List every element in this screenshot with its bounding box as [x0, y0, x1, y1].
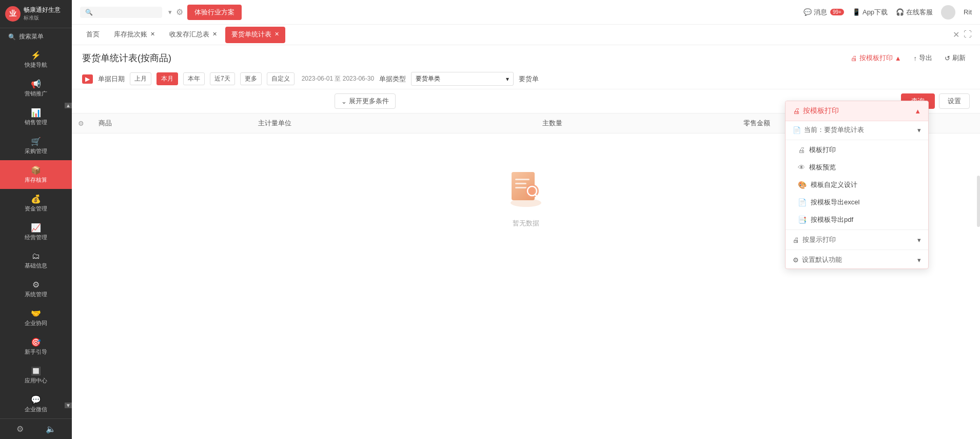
dropdown-display-section[interactable]: 🖨 按显示打印 ▾: [786, 231, 928, 249]
date-btn-last-month[interactable]: 上月: [130, 72, 151, 85]
tab-receipt-summary-close[interactable]: ✕: [212, 31, 217, 37]
dropdown-default-section[interactable]: ⚙ 设置默认功能 ▾: [786, 251, 928, 269]
table-th-unit: 主计量单位: [252, 113, 536, 133]
table-th-settings: ⚙: [72, 113, 92, 133]
trial-button[interactable]: 体验行业方案: [187, 5, 242, 20]
sidebar-item-guide[interactable]: 🎯 新手引导: [0, 332, 72, 361]
sidebar-scroll-down[interactable]: ▼: [65, 403, 72, 408]
sidebar-item-basic[interactable]: 🗂 基础信息: [0, 246, 72, 275]
dropdown-item-template-print[interactable]: 🖨 模板打印: [786, 141, 928, 159]
type-filter-value: 要货单类: [416, 74, 440, 83]
expand-more-label: 展开更多条件: [349, 97, 389, 106]
dropdown-item-template-preview[interactable]: 👁 模板预览: [786, 159, 928, 176]
header-dropdown-icon[interactable]: ▾: [168, 8, 172, 16]
dropdown-title-text: 按模板打印: [803, 106, 839, 116]
header-search-icon: 🔍: [85, 9, 93, 16]
sidebar-item-enterprise[interactable]: 🤝 企业协同: [0, 303, 72, 332]
divider-2: [786, 230, 928, 230]
message-badge: 99+: [830, 9, 844, 15]
export-label: 导出: [919, 53, 932, 63]
refresh-button[interactable]: ↺ 刷新: [940, 51, 970, 65]
settings-bottom-icon[interactable]: ⚙: [16, 424, 24, 434]
tab-order-stats-close[interactable]: ✕: [275, 31, 279, 37]
app-name: 畅康通好生意: [24, 6, 61, 14]
sidebar-label-guide: 新手引导: [25, 348, 47, 356]
filter-expand-icon[interactable]: ▶: [82, 74, 93, 84]
export-icon: ↑: [914, 54, 917, 62]
sidebar-search-label: 搜索菜单: [19, 32, 44, 41]
sidebar-item-finance[interactable]: 💰 资金管理: [0, 189, 72, 218]
print-icon: 🖨: [851, 54, 857, 62]
dropdown-item-template-design[interactable]: 🎨 模板自定义设计: [786, 176, 928, 194]
sidebar-label-finance: 资金管理: [25, 205, 47, 213]
sidebar-scroll-up[interactable]: ▲: [65, 103, 72, 108]
print-template-button[interactable]: 🖨 按模板打印 ▲: [847, 51, 906, 65]
window-close-btn[interactable]: ✕: [953, 30, 959, 40]
print-template-label: 按模板打印: [859, 53, 893, 63]
display-print-chevron: ▾: [917, 236, 921, 244]
basic-icon: 🗂: [32, 252, 40, 261]
tab-order-stats[interactable]: 要货单统计表 ✕: [225, 27, 285, 43]
user-avatar[interactable]: [941, 5, 955, 20]
sidebar-item-marketing[interactable]: 📢 营销推广: [0, 74, 72, 103]
operation-icon: 📈: [31, 223, 41, 233]
sidebar-label-inventory: 库存核算: [25, 176, 47, 184]
sidebar-label-system: 系统管理: [25, 291, 47, 298]
tab-inventory-batch-label: 库存批次账: [114, 30, 147, 39]
sidebar-item-system[interactable]: ⚙ 系统管理: [0, 275, 72, 303]
filter-bar: ▶ 单据日期 上月 本月 本年 近7天 更多 自定义 2023-06-01 至 …: [72, 69, 980, 89]
current-template-icon: 📄: [793, 126, 801, 134]
date-btn-this-month[interactable]: 本月: [156, 72, 178, 85]
marketing-icon: 📢: [31, 79, 41, 89]
header-search-bar[interactable]: 🔍: [80, 7, 162, 18]
date-btn-last-7[interactable]: 近7天: [210, 72, 235, 85]
dropdown-item-template-pdf[interactable]: 📑 按模板导出pdf: [786, 211, 928, 228]
expand-more-button[interactable]: ⌄ 展开更多条件: [335, 93, 396, 109]
window-maximize-btn[interactable]: ⛶: [964, 30, 972, 40]
right-scrollbar[interactable]: [977, 176, 980, 227]
type-filter-chevron: ▾: [506, 75, 509, 83]
sidebar-item-inventory[interactable]: 📦 库存核算: [0, 160, 72, 189]
message-button[interactable]: 💬 消息 99+: [803, 8, 844, 17]
type-filter-select[interactable]: 要货单类 ▾: [411, 72, 514, 86]
sidebar-search[interactable]: 🔍 搜索菜单: [0, 28, 72, 45]
sidebar-item-appstore[interactable]: 🔲 应用中心: [0, 361, 72, 390]
tab-window-controls: ✕ ⛶: [953, 30, 972, 40]
export-button[interactable]: ↑ 导出: [910, 51, 937, 65]
logo-icon: 业: [5, 6, 21, 22]
message-label: 消息: [814, 8, 827, 17]
sidebar-item-purchase[interactable]: 🛒 采购管理: [0, 131, 72, 160]
tab-inventory-batch[interactable]: 库存批次账 ✕: [108, 27, 161, 43]
audio-icon[interactable]: 🔈: [46, 424, 56, 434]
tab-inventory-batch-close[interactable]: ✕: [150, 31, 155, 37]
sidebar-label-appstore: 应用中心: [25, 377, 47, 385]
sidebar-item-quick-nav[interactable]: ⚡ 快捷导航: [0, 45, 72, 74]
settings-button[interactable]: 设置: [939, 93, 970, 109]
table-settings-icon[interactable]: ⚙: [78, 120, 84, 127]
date-btn-more[interactable]: 更多: [240, 72, 262, 85]
display-print-label: 按显示打印: [802, 235, 836, 244]
tab-home[interactable]: 首页: [80, 27, 106, 43]
template-excel-label: 按模板导出excel: [811, 198, 859, 207]
sidebar-item-wechat[interactable]: 💬 企业微信: [0, 390, 72, 418]
header-settings-icon[interactable]: ⚙: [176, 7, 183, 17]
online-service-button[interactable]: 🎧 在线客服: [896, 8, 933, 17]
sidebar-item-sales[interactable]: 📊 销售管理: [0, 103, 72, 131]
dropdown-item-template-excel[interactable]: 📄 按模板导出excel: [786, 194, 928, 211]
dropdown-up-chevron[interactable]: ▲: [914, 107, 921, 115]
date-btn-custom[interactable]: 自定义: [267, 72, 295, 85]
dropdown-current-section[interactable]: 📄 当前：要货单统计表 ▾: [786, 121, 928, 139]
empty-illustration: [500, 164, 552, 211]
divider-1: [786, 140, 928, 140]
main-area: 🔍 ▾ ⚙ 体验行业方案 💬 消息 99+ 📱 App下载 🎧 在线客服 Rit: [72, 0, 980, 439]
guide-icon: 🎯: [31, 337, 41, 347]
tab-receipt-summary[interactable]: 收发存汇总表 ✕: [163, 27, 223, 43]
sidebar-label-basic: 基础信息: [25, 262, 47, 270]
current-template-label: 当前：要货单统计表: [804, 125, 864, 135]
date-btn-this-year[interactable]: 本年: [183, 72, 205, 85]
app-version: 标准版: [24, 14, 61, 22]
sidebar-item-operation[interactable]: 📈 经营管理: [0, 218, 72, 246]
app-download-button[interactable]: 📱 App下载: [852, 8, 888, 17]
refresh-icon: ↺: [945, 54, 950, 62]
online-service-icon: 🎧: [896, 8, 904, 16]
